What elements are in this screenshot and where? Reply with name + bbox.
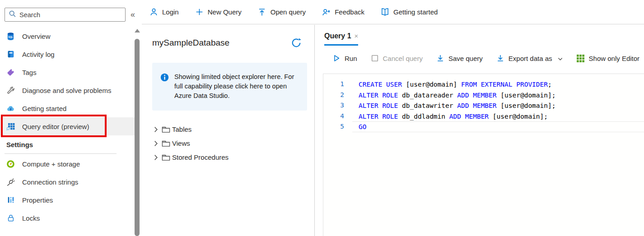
save-download-icon	[436, 54, 444, 62]
chevron-right-icon[interactable]	[153, 126, 159, 133]
code-line[interactable]: 2 ALTER ROLE db_datareader ADD MEMBER [u…	[323, 90, 644, 101]
cancel-square-icon	[371, 54, 379, 62]
line-number: 5	[323, 121, 352, 132]
settings-section-header: Settings	[0, 135, 135, 151]
chevron-down-icon[interactable]	[557, 56, 563, 61]
search-icon	[9, 10, 16, 19]
run-icon	[332, 54, 341, 62]
code-line[interactable]: 3 ALTER ROLE db_datawriter ADD MEMBER [u…	[323, 100, 644, 111]
search-input[interactable]	[5, 8, 126, 22]
collapse-sidebar-button[interactable]: «	[131, 10, 135, 19]
tree-item-stored-procedures[interactable]: Stored Procedures	[153, 150, 314, 164]
search-field[interactable]	[19, 11, 121, 19]
sidebar-item-tags[interactable]: Tags	[0, 63, 135, 81]
code-segment: ADD MEMBER	[457, 92, 500, 99]
getting-started-label: Getting started	[393, 8, 438, 16]
compute-storage-icon	[6, 160, 15, 168]
sidebar-item-overview[interactable]: SQL Overview	[0, 27, 135, 45]
code-segment: [user@domain]	[406, 81, 461, 88]
code-segment: [user@domain];	[500, 92, 555, 99]
feedback-button[interactable]: Feedback	[322, 8, 364, 16]
show-only-editor-button[interactable]: Show only Editor	[577, 54, 640, 62]
code-segment: db_datawriter	[402, 102, 457, 109]
feedback-label: Feedback	[335, 8, 364, 16]
save-query-label: Save query	[448, 55, 483, 62]
open-query-label: Open query	[271, 8, 306, 16]
cancel-query-button[interactable]: Cancel query	[371, 54, 423, 62]
tab-query-1[interactable]: Query 1 ×	[324, 32, 358, 46]
settings-divider	[5, 153, 117, 154]
sidebar-item-getting-started[interactable]: Getting started	[0, 99, 135, 117]
chevron-right-icon[interactable]	[153, 140, 159, 147]
sidebar-item-label: Overview	[22, 32, 51, 40]
new-query-button[interactable]: New Query	[195, 8, 242, 16]
export-data-label: Export data as	[509, 55, 552, 62]
close-icon[interactable]: ×	[355, 32, 359, 40]
sidebar-item-label: Locks	[22, 214, 40, 222]
code-segment: GO	[359, 123, 366, 130]
tree-item-tables[interactable]: Tables	[153, 122, 314, 136]
code-line-current[interactable]: 5 GO	[323, 121, 644, 132]
open-query-button[interactable]: Open query	[258, 8, 306, 16]
sidebar-item-label: Connection strings	[22, 178, 78, 186]
sql-code-editor[interactable]: 1 CREATE USER [user@domain] FROM EXTERNA…	[323, 74, 644, 236]
save-query-button[interactable]: Save query	[436, 54, 483, 62]
feedback-person-icon	[322, 8, 331, 16]
code-text: ALTER ROLE db_datareader ADD MEMBER [use…	[352, 90, 644, 101]
scrollbar-thumb[interactable]	[135, 39, 140, 236]
cancel-query-label: Cancel query	[383, 55, 423, 62]
tag-icon	[6, 68, 15, 77]
wrench-icon	[6, 86, 15, 95]
chevron-right-icon[interactable]	[153, 154, 159, 161]
folder-icon	[162, 140, 170, 147]
line-number: 2	[323, 90, 352, 101]
line-number: 3	[323, 100, 352, 111]
info-icon	[160, 73, 169, 102]
tree-item-views[interactable]: Views	[153, 136, 314, 150]
sidebar-item-compute-storage[interactable]: Compute + storage	[0, 155, 135, 173]
show-only-editor-label: Show only Editor	[589, 55, 640, 62]
code-segment: ADD MEMBER	[457, 102, 500, 109]
query-editor-icon	[6, 122, 15, 131]
sidebar-item-properties[interactable]: Properties	[0, 191, 135, 209]
sidebar-nav: SQL Overview Activity log Tags	[0, 27, 135, 227]
code-segment: FROM EXTERNAL PROVIDER	[461, 81, 548, 88]
cloud-lightning-icon	[6, 104, 15, 113]
scrollbar-up-arrow-icon[interactable]	[135, 29, 140, 32]
refresh-icon[interactable]	[291, 37, 302, 48]
export-data-button[interactable]: Export data as	[496, 54, 563, 62]
tab-label: Query 1	[324, 32, 351, 40]
tree-item-label: Stored Procedures	[172, 153, 229, 161]
getting-started-button[interactable]: Getting started	[381, 8, 438, 16]
tree-item-label: Tables	[172, 125, 191, 133]
sidebar-item-connection-strings[interactable]: Connection strings	[0, 173, 135, 191]
grid-icon	[577, 54, 585, 62]
sidebar-item-label: Getting started	[22, 105, 66, 112]
new-query-label: New Query	[208, 8, 242, 16]
login-label: Login	[162, 8, 179, 16]
query-toolbar: Run Cancel query Save query Export data …	[315, 51, 644, 65]
object-explorer-panel: mySampleDatabase Showing limited object …	[142, 25, 315, 236]
folder-icon	[162, 154, 170, 161]
sidebar-scrollbar[interactable]	[134, 27, 140, 236]
code-line[interactable]: 1 CREATE USER [user@domain] FROM EXTERNA…	[323, 79, 644, 90]
sidebar-item-locks[interactable]: Locks	[0, 209, 135, 227]
sidebar-item-activity-log[interactable]: Activity log	[0, 45, 135, 63]
code-text: GO	[352, 121, 644, 132]
code-text: ALTER ROLE db_ddladmin ADD MEMBER [user@…	[352, 111, 644, 122]
login-button[interactable]: Login	[149, 8, 179, 16]
info-banner: Showing limited object explorer here. Fo…	[152, 63, 307, 111]
settings-list: Compute + storage Connection strings Pro…	[0, 155, 135, 227]
sidebar-item-label: Compute + storage	[22, 160, 80, 168]
query-editor-panel: Query 1 × Run Cancel query S	[315, 25, 644, 236]
run-button[interactable]: Run	[332, 54, 357, 62]
plug-icon	[6, 178, 15, 186]
code-line[interactable]: 4 ALTER ROLE db_ddladmin ADD MEMBER [use…	[323, 111, 644, 122]
resource-sidebar: « SQL Overview Activity log Tags	[0, 0, 142, 236]
sidebar-item-diagnose[interactable]: Diagnose and solve problems	[0, 81, 135, 99]
sidebar-item-query-editor[interactable]: Query editor (preview)	[0, 117, 135, 135]
command-bar: Login New Query Open query Feedback Gett…	[142, 0, 644, 24]
properties-icon	[6, 196, 15, 204]
export-download-icon	[496, 54, 504, 62]
code-segment: ADD MEMBER	[449, 113, 493, 120]
